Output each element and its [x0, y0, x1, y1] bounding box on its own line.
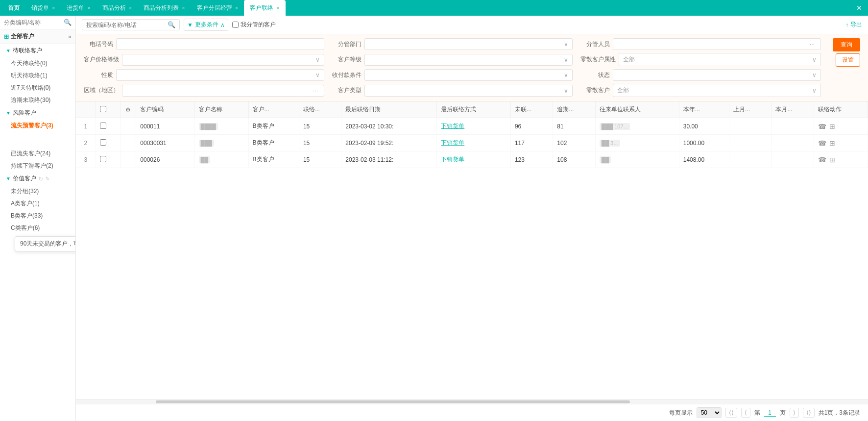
region-dots[interactable]: ···	[311, 87, 320, 94]
sidebar-item-class-b[interactable]: B类客户(33)	[0, 210, 75, 222]
prev-page-btn[interactable]: ⟨	[741, 408, 750, 418]
payment-select[interactable]: ∨	[364, 69, 573, 81]
sidebar-item-ungrouped[interactable]: 未分组(32)	[0, 185, 75, 198]
cell-lmonth-3	[729, 151, 772, 168]
more-conditions-btn[interactable]: ▼ 更多条件 ∧	[184, 19, 228, 31]
close-product-list-tab[interactable]: ×	[182, 5, 185, 11]
page-size-select[interactable]: 50 100 200	[697, 407, 722, 418]
region-select[interactable]: ···	[122, 85, 324, 97]
filter-cell-dept: 分管部门 ∨	[332, 38, 580, 50]
page-number-input[interactable]: 1	[764, 409, 776, 417]
phone-input[interactable]	[116, 38, 324, 50]
method-link-1[interactable]: 下销货单	[441, 123, 464, 129]
table-row: 2 00030031 ███ B类客户 15 2023-02-09 19:52:…	[76, 135, 868, 151]
sidebar-search-input[interactable]	[4, 19, 62, 26]
th-setting[interactable]: ⚙	[121, 101, 136, 118]
search-input[interactable]	[86, 22, 166, 28]
dept-select[interactable]: ∨	[364, 38, 573, 50]
all-customers-header[interactable]: ⊞ 全部客户 «	[0, 29, 75, 44]
sidebar-item-churned[interactable]: 已流失客户(24)	[0, 148, 75, 160]
close-purchase-tab[interactable]: ×	[87, 5, 90, 11]
retail-attr-select[interactable]: 全部 ∨	[619, 53, 821, 66]
cell-action-1: ☎ ⊞	[814, 118, 868, 135]
method-link-3[interactable]: 下销货单	[441, 156, 464, 163]
section-risk-customers[interactable]: ▼ 风险客户	[0, 106, 75, 120]
cell-unit-1: ███ 107...	[595, 118, 679, 135]
pagination-bar: 每页显示 50 100 200 ⟨⟨ ⟨ 第 1 页 ⟩ ⟩⟩ 共1页，3条记录	[76, 404, 868, 421]
th-last-contact-date: 最后联络日期	[341, 101, 437, 118]
retail-customer-chevron: ∨	[812, 87, 817, 94]
search-icon[interactable]: 🔍	[168, 21, 175, 28]
next-page-btn[interactable]: ⟩	[790, 408, 799, 418]
section-pending-contact[interactable]: ▼ 待联络客户	[0, 44, 75, 57]
main-layout: 🔍 ⊞ 全部客户 « ▼ 待联络客户 今天待联络(0) 明天待联络(1) 近7天…	[0, 16, 868, 421]
scroll-thumb[interactable]	[156, 400, 630, 403]
sidebar-item-churn-warning[interactable]: 流失预警客户(3)	[0, 120, 75, 132]
contact-icon-2[interactable]: ☎	[818, 139, 826, 147]
filter-cell-customer-level: 客户等级 ∨	[332, 54, 580, 66]
sidebar-item-7days[interactable]: 近7天待联络(0)	[0, 82, 75, 94]
customer-type-select[interactable]: ∨	[364, 85, 573, 97]
tab-purchase[interactable]: 进货单 ×	[61, 0, 96, 16]
contact-icon-1[interactable]: ☎	[818, 123, 826, 130]
sidebar-item-class-c[interactable]: C类客户(6)	[0, 222, 75, 234]
horizontal-scrollbar[interactable]	[76, 399, 868, 404]
setting-button[interactable]: 设置	[836, 53, 860, 67]
retail-attr-label: 零散客户属性	[580, 55, 616, 64]
more-icon-1[interactable]: ⊞	[829, 123, 835, 130]
more-icon-2[interactable]: ⊞	[829, 139, 835, 147]
more-icon-3[interactable]: ⊞	[829, 156, 835, 164]
first-page-btn[interactable]: ⟨⟨	[725, 408, 737, 418]
query-button[interactable]: 查询	[833, 38, 860, 51]
row-checkbox-3[interactable]	[100, 156, 106, 162]
price-chevron: ∨	[315, 56, 320, 63]
price-level-select[interactable]: ∨	[122, 54, 324, 66]
filter-cell-price-level: 客户价格等级 ∨	[84, 54, 332, 66]
status-select[interactable]: ∨	[613, 69, 821, 81]
sidebar-item-declining[interactable]: 持续下滑客户(2)	[0, 160, 75, 172]
cell-uncontacted-3: 123	[510, 151, 553, 168]
cell-uncontacted-2: 117	[510, 135, 553, 151]
close-sales-tab[interactable]: ×	[52, 5, 55, 11]
tab-customer-layer[interactable]: 客户分层经营 ×	[191, 0, 244, 16]
manager-dots[interactable]: ···	[808, 41, 817, 48]
th-code: 客户编码	[136, 101, 194, 118]
close-customer-contact-tab[interactable]: ×	[276, 5, 279, 11]
manager-select[interactable]: ···	[613, 38, 821, 50]
customer-level-select[interactable]: ∨	[364, 54, 573, 66]
filter-icon: ▼	[187, 22, 193, 28]
cell-cb-3	[96, 151, 121, 168]
value-edit-icon[interactable]: ✎	[45, 175, 50, 182]
last-page-btn[interactable]: ⟩⟩	[803, 408, 815, 418]
cell-method-2: 下销货单	[437, 135, 511, 151]
value-refresh-icon[interactable]: ↻	[38, 175, 43, 182]
filter-cell-customer-type: 客户类型 ∨	[332, 85, 580, 97]
sidebar-item-overdue[interactable]: 逾期未联络(30)	[0, 94, 75, 106]
nature-select[interactable]: ∨	[116, 69, 324, 81]
select-all-checkbox[interactable]	[100, 106, 106, 112]
export-btn[interactable]: ↑ 导出	[845, 21, 862, 29]
collapse-icon[interactable]: «	[68, 33, 72, 40]
close-product-analysis-tab[interactable]: ×	[129, 5, 132, 11]
row-checkbox-2[interactable]	[100, 139, 106, 146]
close-customer-layer-tab[interactable]: ×	[235, 5, 238, 11]
cell-lmonth-2	[729, 135, 772, 151]
sidebar-item-class-a[interactable]: A类客户(1)	[0, 198, 75, 210]
tab-product-list[interactable]: 商品分析列表 ×	[138, 0, 191, 16]
content-area: 🔍 ▼ 更多条件 ∧ 我分管的客户 ↑ 导出	[76, 16, 868, 421]
section-value-customers[interactable]: ▼ 价值客户 ↻ ✎	[0, 172, 75, 185]
my-customers-checkbox[interactable]	[232, 22, 239, 28]
tab-sales[interactable]: 销货单 ×	[25, 0, 61, 16]
tab-customer-contact[interactable]: 客户联络 ×	[244, 0, 285, 16]
row-checkbox-1[interactable]	[100, 123, 106, 129]
cell-action-3: ☎ ⊞	[814, 151, 868, 168]
sidebar-item-tomorrow[interactable]: 明天待联络(1)	[0, 70, 75, 82]
window-close-btn[interactable]: ✕	[852, 4, 866, 12]
tab-product-analysis[interactable]: 商品分析 ×	[96, 0, 138, 16]
sidebar-item-today[interactable]: 今天待联络(0)	[0, 57, 75, 70]
retail-customer-select[interactable]: 全部 ∨	[613, 84, 821, 97]
method-link-2[interactable]: 下销货单	[441, 139, 464, 146]
cell-tmonth-3	[772, 151, 814, 168]
tab-home[interactable]: 首页	[2, 0, 25, 16]
contact-icon-3[interactable]: ☎	[818, 156, 826, 164]
